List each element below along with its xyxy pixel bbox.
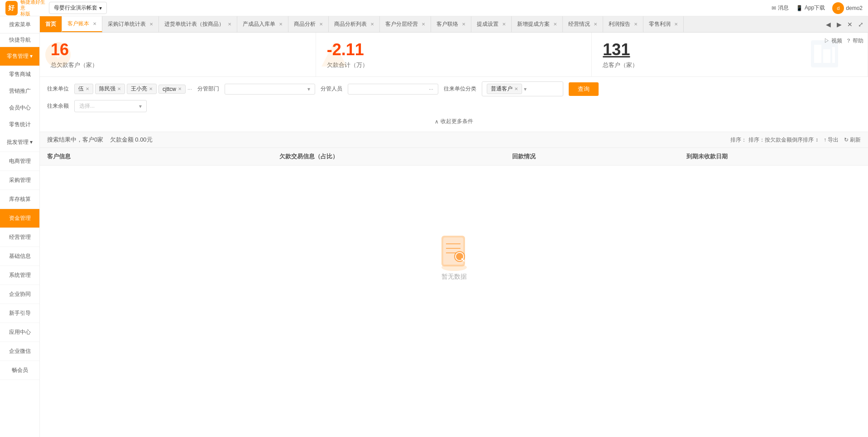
sidebar-item-finance-mgmt[interactable]: 资金管理 <box>0 209 39 228</box>
tab-close-goods-analysis[interactable]: ✕ <box>319 22 323 27</box>
filter-tag-close-wang[interactable]: ✕ <box>149 86 153 91</box>
filter-person-label: 分管人员 <box>321 85 342 93</box>
question-icon: ？ <box>846 38 851 44</box>
query-button[interactable]: 查询 <box>569 82 599 96</box>
more-person-icon: ··· <box>429 86 433 92</box>
filter-person-select[interactable]: ··· <box>348 84 438 95</box>
filter-tag-close-normal[interactable]: ✕ <box>514 86 518 91</box>
sidebar-item-stock-check[interactable]: 库存核算 <box>0 190 39 209</box>
table-header: 客户信息 欠款交易信息（占比） 回款情况 到期未收款日期 <box>40 148 868 166</box>
filter-tag-cjttcw: cjttcw ✕ <box>158 85 186 94</box>
tab-close-profit-report[interactable]: ✕ <box>634 22 638 27</box>
stat-actions: ▷ 视频 ？ 帮助 <box>824 37 863 45</box>
messages-button[interactable]: ✉ 消息 <box>772 4 789 12</box>
sidebar-item-retail-mall[interactable]: 零售商城 <box>0 66 39 83</box>
sidebar-item-app-center[interactable]: 应用中心 <box>0 323 39 342</box>
tab-close-stock-stat[interactable]: ✕ <box>228 22 231 27</box>
sidebar-search[interactable]: 搜索菜单 <box>0 16 39 33</box>
tab-customer-segment[interactable]: 客户分层经营 ✕ <box>380 16 431 32</box>
video-link[interactable]: ▷ 视频 <box>824 37 842 45</box>
tab-close-produce[interactable]: ✕ <box>279 22 283 27</box>
chevron-down-remain-icon: ▾ <box>139 103 142 109</box>
tab-close-all-button[interactable]: ✕ <box>845 20 854 29</box>
tab-new-improve[interactable]: 新增提成方案 ✕ <box>512 16 563 32</box>
filter-tag-wu: 伍 ✕ <box>74 84 93 94</box>
stat-bg-icon-2 <box>316 33 352 76</box>
filter-row-1: 往来单位 伍 ✕ 陈民强 ✕ 王小亮 ✕ <box>47 81 861 96</box>
avatar-icon: d <box>832 2 844 14</box>
filter-dept-select[interactable]: ▾ <box>225 84 315 95</box>
sidebar-item-basic-info[interactable]: 基础信息 <box>0 247 39 266</box>
tab-close-customer[interactable]: ✕ <box>93 21 96 26</box>
sidebar-item-operations-mgmt[interactable]: 经营管理 <box>0 228 39 247</box>
table-area: 客户信息 欠款交易信息（占比） 回款情况 到期未收款日期 <box>40 148 868 437</box>
tab-purchase-order[interactable]: 采购订单统计表 ✕ <box>102 16 159 32</box>
tab-produce[interactable]: 产成品入库单 ✕ <box>237 16 288 32</box>
tab-nav-buttons: ◀ ▶ ✕ ⤢ <box>821 16 868 32</box>
filter-category-select[interactable]: 普通客户 ✕ ▾ <box>482 81 563 96</box>
tab-bar: 首页 客户账本 ✕ 采购订单统计表 ✕ 进货单统计表（按商品） ✕ 产成品入库单… <box>40 16 868 33</box>
tab-customer[interactable]: 客户账本 ✕ <box>62 16 102 32</box>
tab-close-goods-analysis-list[interactable]: ✕ <box>370 22 374 27</box>
stat-block-amount: -2.11 欠款合计（万） <box>316 33 592 76</box>
download-icon: 📱 <box>796 5 803 11</box>
sidebar-item-newcomer-guide[interactable]: 新手引导 <box>0 304 39 323</box>
export-button[interactable]: ↑ 导出 <box>824 136 839 144</box>
sidebar-item-ecommerce-mgmt[interactable]: 电商管理 <box>0 152 39 171</box>
filter-tag-close-chen[interactable]: ✕ <box>117 86 121 91</box>
sidebar-item-retail-stats[interactable]: 零售统计 <box>0 116 39 133</box>
tab-next-button[interactable]: ▶ <box>834 20 844 29</box>
tab-close-new-improve[interactable]: ✕ <box>553 22 557 27</box>
filter-tag-close-cjttcw[interactable]: ✕ <box>178 86 182 91</box>
tab-close-purchase-order[interactable]: ✕ <box>149 22 153 27</box>
tab-close-business-status[interactable]: ✕ <box>594 22 597 27</box>
filter-unit-label: 往来单位 <box>47 85 69 93</box>
help-link[interactable]: ？ 帮助 <box>846 37 863 45</box>
sidebar-item-company-agreement[interactable]: 企业协同 <box>0 285 39 304</box>
tab-goods-analysis-list[interactable]: 商品分析列表 ✕ <box>329 16 380 32</box>
tab-customer-contact[interactable]: 客户联络 ✕ <box>431 16 471 32</box>
user-avatar[interactable]: d demo2 <box>832 2 863 14</box>
tab-home[interactable]: 首页 <box>40 16 62 32</box>
tab-goods-analysis[interactable]: 商品分析 ✕ <box>288 16 329 32</box>
svg-text:¥: ¥ <box>54 48 61 61</box>
logo-area: 好 畅捷通好生意 标版 <box>5 0 45 17</box>
app-download-button[interactable]: 📱 App下载 <box>796 4 825 12</box>
message-icon: ✉ <box>772 5 776 11</box>
collapse-button[interactable]: ∧ 收起更多条件 <box>429 116 479 127</box>
workspace-selector[interactable]: 母婴行业演示帐套 ▾ <box>49 2 107 14</box>
tab-close-retail-profit[interactable]: ✕ <box>674 22 678 27</box>
sidebar-item-retail-mgmt[interactable]: 零售管理 ▾ <box>0 47 39 66</box>
filter-tag-wang: 王小亮 ✕ <box>127 84 157 94</box>
tab-close-customer-segment[interactable]: ✕ <box>422 22 425 27</box>
sidebar-item-system-mgmt[interactable]: 系统管理 <box>0 266 39 285</box>
tab-business-status[interactable]: 经营情况 ✕ <box>563 16 603 32</box>
sidebar-item-purchase-mgmt[interactable]: 采购管理 <box>0 171 39 190</box>
sort-select[interactable]: 排序： 排序：按欠款金额倒序排序 ↕ <box>730 136 818 144</box>
tab-improve-settings[interactable]: 提成设置 ✕ <box>471 16 512 32</box>
sidebar-item-marketing[interactable]: 营销推广 <box>0 83 39 100</box>
collapse-row: ∧ 收起更多条件 <box>47 116 861 127</box>
refresh-button[interactable]: ↻ 刷新 <box>844 136 861 144</box>
empty-icon <box>436 231 472 267</box>
sidebar-quick-nav[interactable]: 快捷导航 <box>0 33 39 47</box>
filter-remain-select[interactable]: 选择... ▾ <box>74 100 147 112</box>
sidebar-item-vip-member[interactable]: 畅会员 <box>0 361 39 380</box>
stat-label-total: 总客户（家） <box>603 61 638 69</box>
tab-prev-button[interactable]: ◀ <box>824 20 833 29</box>
filter-tag-close-wu[interactable]: ✕ <box>86 86 89 91</box>
filter-area: 往来单位 伍 ✕ 陈民强 ✕ 王小亮 ✕ <box>40 77 868 132</box>
filter-more-btn[interactable]: ··· <box>187 86 192 92</box>
tab-retail-profit[interactable]: 零售利润 ✕ <box>643 16 684 32</box>
tab-profit-report[interactable]: 利润报告 ✕ <box>603 16 643 32</box>
tab-close-customer-contact[interactable]: ✕ <box>462 22 465 27</box>
sidebar-item-member-center[interactable]: 会员中心 <box>0 100 39 116</box>
table-header-repayment: 回款情况 <box>512 152 686 161</box>
filter-dept-label: 分管部门 <box>197 85 219 93</box>
tab-expand-button[interactable]: ⤢ <box>856 20 865 29</box>
svg-rect-4 <box>814 45 821 63</box>
tab-stock-stat[interactable]: 进货单统计表（按商品） ✕ <box>159 16 237 32</box>
sidebar-item-wholesale-mgmt[interactable]: 批发管理 ▾ <box>0 133 39 152</box>
tab-close-improve-settings[interactable]: ✕ <box>502 22 506 27</box>
sidebar-item-enterprise-wechat[interactable]: 企业微信 <box>0 342 39 361</box>
